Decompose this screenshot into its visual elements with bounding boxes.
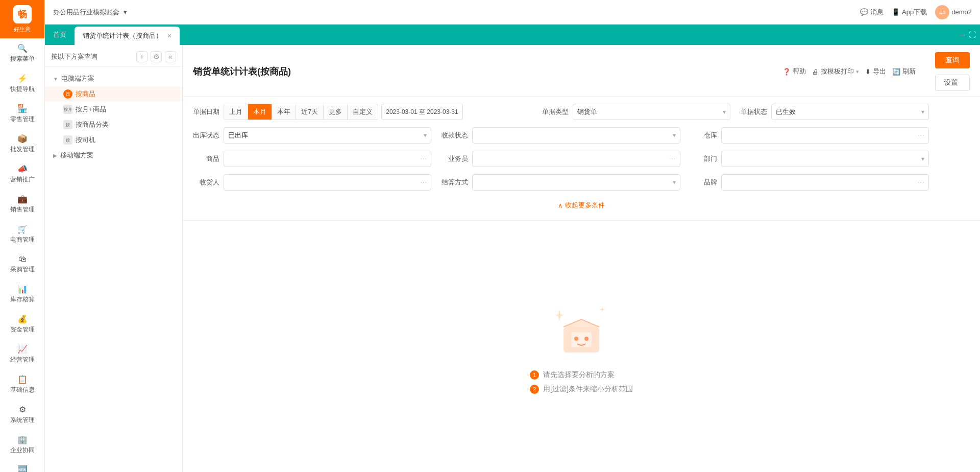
tree-desktop-parent[interactable]: ▼ 电脑端方案 [45,71,182,86]
settings-button[interactable]: 设置 [935,75,970,91]
retail-icon: 🏪 [17,104,28,113]
maximize-icon[interactable]: ⛶ [969,31,976,39]
tree-mobile-arrow-icon: ▶ [53,153,57,158]
user-avatar-btn[interactable]: Ea demo2 [935,5,972,19]
brand-dots-icon[interactable]: ··· [918,178,924,187]
export-btn[interactable]: ⬇ 导出 [865,67,886,76]
message-btn[interactable]: 💬 消息 [860,8,884,17]
app-download-label: App下载 [902,8,927,17]
date-tab-this-month[interactable]: 本月 [248,104,272,120]
date-tab-custom[interactable]: 自定义 [348,104,378,120]
sales-rep-dots-icon[interactable]: ··· [669,154,675,163]
warehouse-control[interactable]: ··· [721,127,929,144]
tree-arrow-icon: ▼ [53,76,58,82]
tree-desktop-label: 电脑端方案 [61,74,94,83]
stock-status-value: 已出库 [228,131,248,140]
stock-status-control[interactable]: 已出库 ▾ [224,127,431,144]
tree-child-month-product[interactable]: 按月 按月+商品 [45,102,182,117]
sidebar: 畅 好生意 🔍搜索菜单⚡快捷导航🏪零售管理📦批发管理📣营销推广💼销售管理🛒电商管… [0,0,45,472]
month-product-icon: 按月 [63,105,72,114]
tab-maximize-area: ─ ⛶ [960,31,976,39]
payment-method-control[interactable]: ▾ [472,174,680,191]
export-icon: ⬇ [865,68,871,76]
industry-dropdown[interactable]: ▾ [124,8,127,16]
page-title: 销货单统计计表(按商品) [193,65,291,78]
recipient-control[interactable]: ··· [224,174,431,191]
main-area: 办公用品行业模拟账套 ▾ 💬 消息 📱 App下载 Ea demo2 首页 [45,0,980,472]
collapse-panel-btn[interactable]: « [165,51,176,62]
sidebar-item-ecommerce[interactable]: 🛒电商管理 [8,219,37,249]
sidebar-item-inventory[interactable]: 📊库存核算 [8,279,37,309]
date-label: 单据日期 [193,107,224,116]
tree-child-category[interactable]: 按 按商品分类 [45,117,182,132]
sidebar-item-sales[interactable]: 💼销售管理 [8,189,37,219]
warehouse-label: 仓库 [691,131,721,140]
topbar: 办公用品行业模拟账套 ▾ 💬 消息 📱 App下载 Ea demo2 [45,0,980,25]
stock-status-arrow-icon: ▾ [424,132,427,139]
tab-active[interactable]: 销货单统计计表（按商品） × [75,27,180,45]
sidebar-item-quick-nav[interactable]: ⚡快捷导航 [8,68,37,99]
refresh-btn[interactable]: 🔄 刷新 [892,67,916,76]
sidebar-item-finance[interactable]: 💰资金管理 [8,309,37,339]
sidebar-item-search[interactable]: 🔍搜索菜单 [8,38,37,68]
sidebar-item-guide[interactable]: 🆕新手引导 [8,460,37,472]
brand-control[interactable]: ··· [721,174,929,191]
sidebar-label-marketing: 营销推广 [10,175,35,184]
sidebar-item-wholesale[interactable]: 📦批发管理 [8,129,37,159]
collapse-filter-btn[interactable]: ∧ 收起更多条件 [193,198,970,213]
help-btn[interactable]: ❓ 帮助 [782,67,806,76]
doc-status-label: 单据状态 [741,107,771,116]
doc-type-label: 单据类型 [542,107,573,116]
recipient-dots-icon[interactable]: ··· [420,178,427,187]
sidebar-item-system[interactable]: ⚙系统管理 [8,399,37,430]
payment-status-control[interactable]: ▾ [472,127,680,144]
sidebar-item-basic-info[interactable]: 📋基础信息 [8,369,37,399]
system-icon: ⚙ [19,405,26,414]
empty-tip-1: 1 请先选择要分析的方案 [530,370,633,380]
payment-status-arrow-icon: ▾ [673,132,676,139]
warehouse-dots-icon[interactable]: ··· [918,131,924,140]
sidebar-logo[interactable]: 畅 好生意 [0,0,44,38]
sidebar-item-retail[interactable]: 🏪零售管理 [8,99,37,129]
app-download-btn[interactable]: 📱 App下载 [892,8,927,17]
empty-illustration [551,299,612,360]
tree-child-product[interactable]: 按 按商品 [45,86,182,102]
sidebar-item-enterprise[interactable]: 🏢企业协同 [8,430,37,460]
sidebar-label-enterprise: 企业协同 [10,446,35,455]
add-scheme-btn[interactable]: + [136,51,148,62]
dept-control[interactable]: ▾ [721,151,929,167]
tree-child-driver[interactable]: 按 按司机 [45,132,182,148]
sidebar-item-operation[interactable]: 📈经营管理 [8,339,37,369]
tab-close-icon[interactable]: × [167,32,172,40]
settings-scheme-btn[interactable]: ⚙ [151,51,162,62]
sidebar-label-search: 搜索菜单 [10,55,35,63]
sales-rep-control[interactable]: ··· [472,151,680,167]
tree-mobile-parent[interactable]: ▶ 移动端方案 [45,148,182,163]
filter-row-4: 收货人 ··· 结算方式 ▾ [193,174,970,191]
print-btn[interactable]: 🖨 按模板打印 ▾ [812,67,859,76]
empty-state: 1 请先选择要分析的方案 2 用[过滤]条件来缩小分析范围 [183,221,980,472]
doc-type-control[interactable]: 销货单 ▾ [573,104,730,120]
doc-status-control[interactable]: 已生效 ▾ [771,104,929,120]
doc-status-arrow-icon: ▾ [921,108,924,115]
sidebar-item-purchase[interactable]: 🛍采购管理 [8,249,37,279]
date-tabs: 上月 本月 本年 近7天 更多 自定义 [224,104,378,120]
date-tab-more[interactable]: 更多 [324,104,348,120]
doc-type-value: 销货单 [577,107,597,116]
product-dots-icon[interactable]: ··· [420,154,427,163]
date-tab-7days[interactable]: 近7天 [296,104,324,120]
message-label: 消息 [870,8,884,17]
date-tab-this-year[interactable]: 本年 [272,104,296,120]
minimize-icon[interactable]: ─ [960,31,965,39]
print-dropdown-icon[interactable]: ▾ [856,68,859,75]
sidebar-item-marketing[interactable]: 📣营销推广 [8,159,37,189]
tab-home[interactable]: 首页 [45,25,75,45]
product-control[interactable]: ··· [224,151,431,167]
export-label: 导出 [873,67,886,76]
query-button[interactable]: 查询 [935,52,970,68]
date-tab-last-month[interactable]: 上月 [224,104,248,120]
logo-icon: 畅 [13,5,32,23]
app-download-icon: 📱 [892,8,900,16]
topbar-left: 办公用品行业模拟账套 ▾ [53,8,127,17]
product-icon: 按 [63,89,72,99]
